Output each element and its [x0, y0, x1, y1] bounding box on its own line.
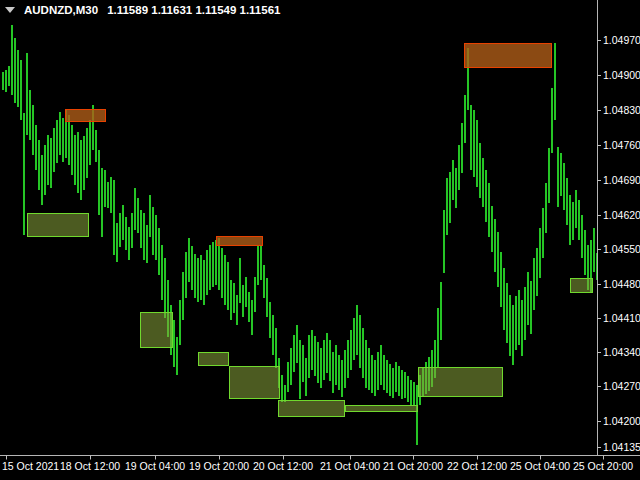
- price-label: 1.04830: [603, 104, 640, 116]
- ohlc-bar: [107, 182, 109, 208]
- ohlc-bar: [8, 66, 10, 86]
- ohlc-bar: [314, 336, 316, 376]
- ohlc-bar: [341, 360, 343, 397]
- demand-zone-fill: [418, 367, 503, 397]
- ohlc-bar: [437, 308, 439, 368]
- ohlc-bar: [233, 283, 235, 313]
- price-label: 1.04620: [603, 209, 640, 221]
- demand-zone-fill: [27, 213, 89, 237]
- ohlc-bar: [449, 172, 451, 223]
- demand-zone-fill: [198, 352, 229, 366]
- ohlc-bar: [125, 217, 127, 250]
- ohlc-bar: [392, 368, 394, 398]
- ohlc-bar: [242, 285, 244, 317]
- ohlc-bar: [281, 375, 283, 402]
- ohlc-bar: [446, 178, 448, 235]
- price-chart-canvas[interactable]: 1.049701.049001.048301.047601.046901.046…: [0, 0, 640, 480]
- ohlc-bar: [206, 250, 208, 295]
- ohlc-bar: [533, 258, 535, 310]
- ohlc-bar: [545, 183, 547, 233]
- ohlc-bar: [20, 60, 22, 120]
- ohlc-bar: [317, 342, 319, 383]
- ohlc-bar: [5, 70, 7, 92]
- price-bars: [2, 25, 598, 445]
- ohlc-bar: [371, 355, 373, 393]
- ohlc-bar: [44, 145, 46, 195]
- ohlc-bar: [401, 370, 403, 399]
- ohlc-bar: [59, 112, 61, 155]
- price-label: 1.04760: [603, 139, 640, 151]
- price-label: 1.04900: [603, 69, 640, 81]
- price-axis[interactable]: 1.049701.049001.048301.047601.046901.046…: [597, 34, 640, 453]
- ohlc-bar: [152, 207, 154, 255]
- ohlc-bar: [29, 90, 31, 140]
- symbol-dropdown-icon[interactable]: [5, 7, 15, 13]
- ohlc-bar: [302, 345, 304, 382]
- ohlc-bar: [245, 277, 247, 307]
- ohlc-bar: [188, 238, 190, 282]
- ohlc-bar: [497, 232, 499, 287]
- ohlc-bar: [440, 282, 442, 340]
- ohlc-bar: [173, 320, 175, 367]
- ohlc-bar: [344, 350, 346, 388]
- ohlc-bar: [455, 168, 457, 208]
- ohlc-bar: [458, 145, 460, 190]
- ohlc-bar: [17, 50, 19, 107]
- ohlc-bar: [158, 228, 160, 275]
- time-label: 21 Oct 04:00: [320, 460, 380, 472]
- ohlc-bar: [482, 158, 484, 207]
- ohlc-bar: [362, 328, 364, 378]
- ohlc-bar: [161, 245, 163, 300]
- ohlc-bar: [11, 25, 13, 95]
- ohlc-bar: [131, 213, 133, 248]
- ohlc-bar: [296, 325, 298, 363]
- supply-zone-fill: [65, 109, 106, 122]
- price-label: 1.04270: [603, 380, 640, 392]
- ohlc-bar: [509, 295, 511, 356]
- ohlc-bar: [290, 348, 292, 385]
- ohlc-bar: [47, 135, 49, 185]
- ohlc-bar: [182, 272, 184, 320]
- ohlc-bar: [71, 125, 73, 175]
- ohlc-bar: [347, 340, 349, 378]
- ohlc-bar: [203, 260, 205, 305]
- ohlc-bar: [146, 225, 148, 263]
- ohlc-bar: [305, 358, 307, 396]
- ohlc-bar: [215, 240, 217, 285]
- ohlc-bar: [77, 132, 79, 193]
- ohlc-bar: [320, 348, 322, 388]
- ohlc-bar: [581, 215, 583, 258]
- ohlc-bar: [407, 376, 409, 402]
- ohlc-bar: [227, 262, 229, 310]
- ohlc-bar: [323, 340, 325, 380]
- ohlc-bar: [329, 340, 331, 381]
- ohlc-bar: [155, 215, 157, 260]
- ohlc-bar: [374, 360, 376, 396]
- ohlc-bar: [266, 278, 268, 317]
- ohlc-bar: [335, 345, 337, 385]
- time-axis[interactable]: 15 Oct 202118 Oct 12:0019 Oct 04:0019 Oc…: [2, 456, 633, 473]
- ohlc-bar: [512, 305, 514, 365]
- ohlc-bar: [272, 315, 274, 355]
- ohlc-bar: [113, 180, 115, 255]
- ohlc-bar: [383, 355, 385, 390]
- ohlc-bar: [122, 205, 124, 240]
- ohlc-bar: [470, 105, 472, 170]
- ohlc-bar: [551, 88, 553, 153]
- ohlc-bar: [80, 140, 82, 200]
- time-label: 20 Oct 12:00: [253, 460, 313, 472]
- ohlc-bar: [338, 355, 340, 390]
- ohlc-bar: [128, 227, 130, 260]
- ohlc-bar: [488, 183, 490, 237]
- ohlc-bar: [503, 268, 505, 330]
- ohlc-bar: [398, 366, 400, 396]
- ohlc-bar: [326, 333, 328, 373]
- ohlc-bar: [119, 213, 121, 247]
- ohlc-bar: [86, 128, 88, 178]
- ohlc-bar: [89, 120, 91, 165]
- ohlc-bar: [527, 272, 529, 325]
- ohlc-bar: [557, 147, 559, 207]
- ohlc-bar: [248, 292, 250, 322]
- ohlc-bar: [476, 120, 478, 187]
- ohlc-bar: [584, 230, 586, 275]
